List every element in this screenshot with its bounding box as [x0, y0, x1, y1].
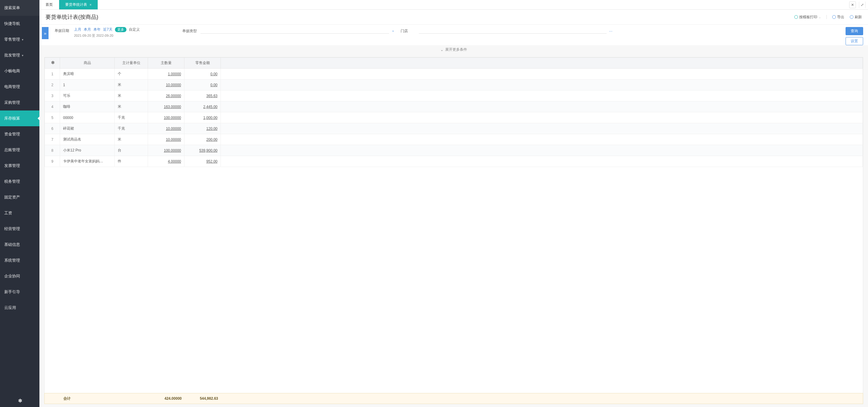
tab[interactable]: 要货单统计表×	[59, 0, 98, 9]
row-amount[interactable]: 2,445.00	[184, 101, 221, 112]
row-amount[interactable]: 0.00	[184, 68, 221, 80]
col-qty[interactable]: 主数量	[148, 58, 184, 68]
row-spacer	[221, 123, 863, 134]
table-row[interactable]: 500000千克100.000001,000.00	[45, 112, 863, 123]
row-qty[interactable]: 10.00000	[148, 134, 184, 145]
table-row[interactable]: 7测试商品名米10.00000200.00	[45, 134, 863, 145]
print-button[interactable]: 按模板打印 ⌄	[794, 14, 821, 20]
total-label: 合计	[60, 396, 115, 401]
row-qty[interactable]: 100.00000	[148, 145, 184, 156]
col-unit[interactable]: 主计量单位	[115, 58, 148, 68]
table-row[interactable]: 3可乐米26.00000365.63	[45, 90, 863, 101]
row-index: 5	[45, 112, 60, 123]
table-row[interactable]: 6碎花裙千克10.00000120.00	[45, 123, 863, 134]
sidebar-item[interactable]: 库存核算	[0, 111, 39, 126]
row-amount[interactable]: 120.00	[184, 123, 221, 134]
sidebar-item[interactable]: 电商管理	[0, 79, 39, 95]
filter-store-group: 门店 …	[401, 27, 613, 34]
row-amount[interactable]: 952.00	[184, 156, 221, 167]
sidebar-item[interactable]: 批发管理▾	[0, 47, 39, 63]
query-button[interactable]: 查询	[845, 27, 863, 35]
row-index: 7	[45, 134, 60, 145]
sidebar-item[interactable]: 企业协同	[0, 268, 39, 284]
date-quick-more[interactable]: 更多	[115, 27, 126, 32]
chevron-right-icon: »	[44, 31, 46, 36]
sidebar-item[interactable]: 资金管理	[0, 126, 39, 142]
table-row[interactable]: 4咖啡米163.000002,445.00	[45, 101, 863, 112]
date-quick-thismonth[interactable]: 本月	[84, 27, 91, 32]
refresh-button[interactable]: 刷新	[850, 14, 862, 20]
sidebar-item-label: 资金管理	[4, 132, 20, 137]
row-unit: 件	[115, 156, 148, 167]
close-icon[interactable]: ×	[90, 3, 92, 7]
date-label: 单据日期	[55, 27, 70, 33]
tabs-actions: ✕ ⤢	[849, 0, 868, 9]
filter-collapse-button[interactable]: »	[42, 27, 49, 39]
expand-icon[interactable]: ⤢	[859, 2, 866, 8]
sidebar-item[interactable]: 固定资产	[0, 190, 39, 205]
tab[interactable]: 首页	[39, 0, 59, 9]
table-row[interactable]: 21米10.000000.00	[45, 80, 863, 90]
close-all-icon[interactable]: ✕	[849, 2, 856, 8]
row-qty[interactable]: 10.00000	[148, 80, 184, 90]
export-button[interactable]: 导出	[832, 14, 844, 20]
sidebar-item[interactable]: 发票管理	[0, 158, 39, 174]
row-qty[interactable]: 1.00000	[148, 68, 184, 80]
page-header: 要货单统计表(按商品) 按模板打印 ⌄ 导出 刷新	[39, 10, 868, 25]
chevron-down-icon[interactable]: ⌄	[392, 28, 395, 32]
row-product: 碎花裙	[60, 123, 115, 134]
sidebar-item[interactable]: 快捷导航	[0, 16, 39, 32]
row-index: 9	[45, 156, 60, 167]
sidebar-item[interactable]: 小畅电商	[0, 63, 39, 79]
store-input[interactable]	[419, 27, 607, 34]
row-amount[interactable]: 539,900.00	[184, 145, 221, 156]
row-amount[interactable]: 200.00	[184, 134, 221, 145]
date-quick-thisyear[interactable]: 本年	[93, 27, 101, 32]
sidebar-item[interactable]: 系统管理	[0, 253, 39, 268]
sidebar-item[interactable]: 新手引导	[0, 284, 39, 300]
filter-settings-button[interactable]: 设置	[845, 37, 863, 45]
doctype-label: 单据类型	[182, 27, 198, 34]
filter-date-group: 单据日期 上月 本月 本年 近7天 更多 自定义 2021-09-20 至 20…	[55, 27, 140, 38]
table-row[interactable]: 1奥滨暗个1.000000.00	[45, 68, 863, 80]
sidebar-item-label: 工资	[4, 210, 12, 216]
row-qty[interactable]: 4.00000	[148, 156, 184, 167]
row-product: 小米12 Pro	[60, 145, 115, 156]
sidebar-item-label: 零售管理	[4, 37, 20, 42]
col-amount[interactable]: 零售金额	[184, 58, 221, 68]
chevron-down-icon: ⌄	[818, 16, 821, 19]
column-settings-header[interactable]	[45, 58, 60, 68]
doctype-input[interactable]	[200, 27, 389, 34]
date-quick-recent7[interactable]: 近7天	[103, 27, 113, 32]
sidebar-item[interactable]: 搜索菜单	[0, 0, 39, 16]
row-amount[interactable]: 1,000.00	[184, 112, 221, 123]
table-row[interactable]: 9卡伊美中老年女装妈妈…件4.00000952.00	[45, 156, 863, 167]
row-amount[interactable]: 0.00	[184, 80, 221, 90]
col-product[interactable]: 商品	[60, 58, 115, 68]
sidebar-item[interactable]: 工资	[0, 205, 39, 221]
sidebar-item[interactable]: 经营管理	[0, 221, 39, 237]
row-qty[interactable]: 163.00000	[148, 101, 184, 112]
row-unit: 米	[115, 80, 148, 90]
expand-filters-button[interactable]: ⌄ 展开更多条件	[44, 45, 863, 54]
gear-icon[interactable]	[17, 398, 22, 404]
sidebar-item[interactable]: 税务管理	[0, 174, 39, 190]
date-quick-custom[interactable]: 自定义	[129, 27, 140, 32]
row-unit: 千克	[115, 112, 148, 123]
sidebar-item[interactable]: 总账管理	[0, 142, 39, 158]
row-product: 00000	[60, 112, 115, 123]
ellipsis-icon[interactable]: …	[609, 28, 613, 32]
sidebar-item-label: 电商管理	[4, 84, 20, 90]
sidebar-item[interactable]: 云应用	[0, 300, 39, 316]
sidebar-item[interactable]: 零售管理▾	[0, 32, 39, 47]
sidebar-item[interactable]: 基础信息	[0, 237, 39, 253]
table-row[interactable]: 8小米12 Pro台100.00000539,900.00	[45, 145, 863, 156]
row-amount[interactable]: 365.63	[184, 90, 221, 101]
row-qty[interactable]: 26.00000	[148, 90, 184, 101]
date-quick-lastmonth[interactable]: 上月	[74, 27, 81, 32]
row-qty[interactable]: 100.00000	[148, 112, 184, 123]
sidebar-item[interactable]: 采购管理	[0, 95, 39, 111]
row-product: 1	[60, 80, 115, 90]
row-qty[interactable]: 10.00000	[148, 123, 184, 134]
filter-bar: » 单据日期 上月 本月 本年 近7天 更多 自定义 2021-09-20 至 …	[39, 25, 868, 45]
